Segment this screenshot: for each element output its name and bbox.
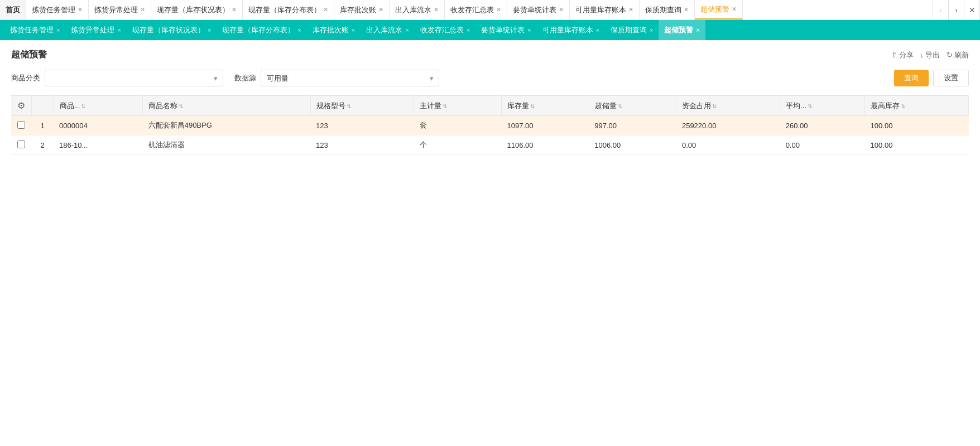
refresh-icon: ↻ (947, 51, 953, 59)
tab-close-7[interactable]: ✕ (559, 6, 564, 13)
header-tab-close-7[interactable]: × (527, 27, 531, 33)
tab-close-8[interactable]: ✕ (628, 6, 633, 13)
home-tab[interactable]: 首页 (0, 0, 26, 20)
header-tab-close-0[interactable]: × (56, 27, 60, 33)
header-tab-2[interactable]: 现存量（库存状况表）× (127, 20, 217, 40)
header-tab-close-10[interactable]: × (696, 27, 699, 33)
tab-nav-buttons: ‹ › ✕ (933, 0, 980, 20)
datasource-filter: 数据源 可用量 库存量 (234, 70, 439, 86)
tab-0[interactable]: 拣货任务管理✕ (26, 0, 89, 20)
row-overstock-0: 997.00 (589, 116, 676, 135)
tab-7[interactable]: 要货单统计表✕ (507, 0, 570, 20)
tab-close-10[interactable]: ✕ (732, 6, 737, 13)
header-tab-close-3[interactable]: × (297, 27, 301, 33)
th-overstock[interactable]: 超储量⇅ (589, 96, 676, 116)
tab-label-9: 保质期查询 (645, 5, 681, 15)
settings-button[interactable]: 设置 (933, 70, 969, 86)
tab-10[interactable]: 超储预警✕ (695, 0, 743, 20)
prev-tab-btn[interactable]: ‹ (933, 0, 949, 20)
tab-label-3: 现存量（库存分布表） (248, 5, 321, 15)
header-tab-close-5[interactable]: × (405, 27, 409, 33)
tab-5[interactable]: 出入库流水✕ (390, 0, 445, 20)
header-tab-label-1: 拣货异常处理 (71, 25, 114, 35)
query-button[interactable]: 查询 (894, 70, 929, 86)
th-unit[interactable]: 主计量⇅ (414, 96, 502, 116)
header-tab-close-2[interactable]: × (208, 27, 211, 33)
row-checkbox-cell (11, 135, 31, 155)
refresh-action[interactable]: ↻ 刷新 (947, 50, 969, 60)
tab-label-2: 现存量（库存状况表） (157, 5, 229, 15)
header-bar: 拣货任务管理×拣货异常处理×现存量（库存状况表）×现存量（库存分布表）×库存批次… (0, 20, 980, 40)
tab-1[interactable]: 拣货异常处理✕ (89, 0, 151, 20)
header-tab-7[interactable]: 要货单统计表× (475, 20, 536, 40)
header-tab-0[interactable]: 拣货任务管理× (4, 20, 65, 40)
row-index-1: 2 (31, 135, 54, 155)
tab-3[interactable]: 现存量（库存分布表）✕ (243, 0, 334, 20)
tab-close-9[interactable]: ✕ (684, 6, 689, 13)
header-tab-8[interactable]: 可用量库存账本× (537, 20, 605, 40)
row-overstock-1: 1006.00 (589, 135, 676, 155)
tab-9[interactable]: 保质期查询✕ (640, 0, 695, 20)
share-label: 分享 (899, 50, 914, 60)
th-max-stock[interactable]: 最高库存⇅ (865, 96, 969, 116)
tab-6[interactable]: 收发存汇总表✕ (445, 0, 507, 20)
export-action[interactable]: ↓ 导出 (920, 50, 940, 60)
th-capital[interactable]: 资金占用⇅ (676, 96, 780, 116)
row-avg-0: 260.00 (780, 116, 865, 135)
datasource-select[interactable]: 可用量 库存量 (261, 70, 439, 86)
export-icon: ↓ (920, 51, 924, 59)
header-tab-label-5: 出入库流水 (366, 25, 402, 35)
header-tab-close-8[interactable]: × (596, 27, 599, 33)
tab-4[interactable]: 库存批次账✕ (334, 0, 390, 20)
tab-close-1[interactable]: ✕ (140, 6, 145, 13)
header-tab-close-1[interactable]: × (117, 27, 121, 33)
row-capital-1: 0.00 (676, 135, 780, 155)
next-tab-btn[interactable]: › (949, 0, 964, 20)
th-spec[interactable]: 规格型号⇅ (310, 96, 414, 116)
th-avg[interactable]: 平均...⇅ (780, 96, 865, 116)
filter-row: 商品分类 数据源 可用量 库存量 查询 设置 (11, 70, 969, 86)
gear-icon[interactable]: ⚙ (17, 101, 25, 110)
tab-close-2[interactable]: ✕ (232, 6, 237, 13)
category-select[interactable] (45, 70, 223, 86)
tab-2[interactable]: 现存量（库存状况表）✕ (151, 0, 243, 20)
tab-close-3[interactable]: ✕ (323, 6, 328, 13)
row-stock-1: 1106.00 (502, 135, 589, 155)
share-action[interactable]: ⇧ 分享 (891, 50, 914, 60)
header-tab-3[interactable]: 现存量（库存分布表）× (217, 20, 306, 40)
tab-8[interactable]: 可用量库存账本✕ (570, 0, 640, 20)
header-tab-9[interactable]: 保质期查询× (605, 20, 659, 40)
row-checkbox-1[interactable] (17, 140, 25, 148)
th-product-name[interactable]: 商品名称⇅ (143, 96, 310, 116)
tab-close-0[interactable]: ✕ (78, 6, 83, 13)
header-tab-close-4[interactable]: × (352, 27, 355, 33)
category-label: 商品分类 (11, 73, 40, 83)
table-header-row: ⚙ 商品...⇅ 商品名称⇅ 规格型号⇅ 主计量⇅ 库存量⇅ 超储量⇅ 资金占用… (11, 96, 969, 116)
tab-close-5[interactable]: ✕ (434, 6, 439, 13)
page-title-row: 超储预警 ⇧ 分享 ↓ 导出 ↻ 刷新 (11, 49, 969, 61)
category-filter: 商品分类 (11, 70, 223, 86)
tab-label-1: 拣货异常处理 (94, 5, 138, 15)
page-content: 超储预警 ⇧ 分享 ↓ 导出 ↻ 刷新 商品分类 (0, 40, 980, 446)
header-tab-close-6[interactable]: × (467, 27, 470, 33)
tab-close-4[interactable]: ✕ (378, 6, 383, 13)
th-product-code[interactable]: 商品...⇅ (54, 96, 143, 116)
header-tab-close-9[interactable]: × (650, 27, 653, 33)
category-select-wrapper (45, 70, 223, 86)
th-stock[interactable]: 库存量⇅ (502, 96, 589, 116)
header-tab-label-4: 库存批次账 (313, 25, 349, 35)
header-tab-5[interactable]: 出入库流水× (361, 20, 414, 40)
page-actions: ⇧ 分享 ↓ 导出 ↻ 刷新 (891, 50, 969, 60)
row-unit-1: 个 (414, 135, 502, 155)
tab-close-6[interactable]: ✕ (496, 6, 501, 13)
header-tab-1[interactable]: 拣货异常处理× (65, 20, 126, 40)
close-tab-btn[interactable]: ✕ (964, 0, 980, 20)
page-title: 超储预警 (11, 49, 891, 61)
header-tab-4[interactable]: 库存批次账× (307, 20, 361, 40)
header-tab-10[interactable]: 超储预警× (659, 20, 705, 40)
row-checkbox-0[interactable] (17, 121, 25, 129)
header-tab-6[interactable]: 收发存汇总表× (415, 20, 475, 40)
header-tab-label-9: 保质期查询 (611, 25, 647, 35)
row-index-0: 1 (31, 116, 54, 135)
header-tab-label-7: 要货单统计表 (481, 25, 525, 35)
